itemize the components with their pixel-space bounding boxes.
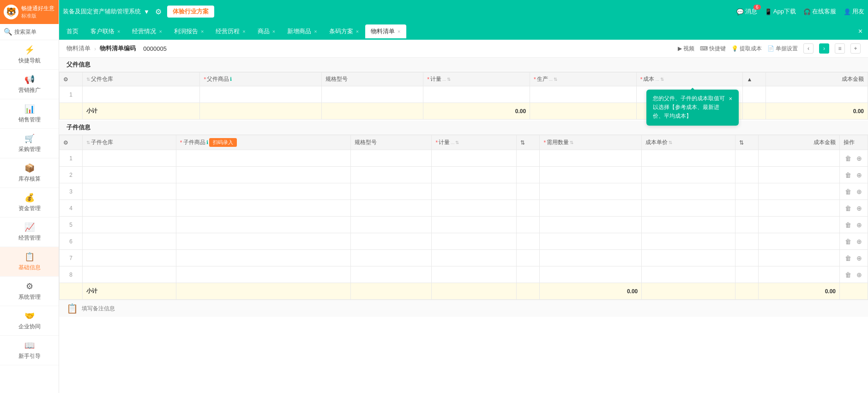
parent-subtotal-row: 小计 0.00 0.00 [60, 103, 868, 120]
main-area: 装备及固定资产辅助管理系统 ▼ ⚙ 体验行业方案 💬 消息 6 📱 App下载 … [59, 0, 868, 393]
dropdown-icon[interactable]: ▼ [144, 8, 150, 15]
tooltip-close-icon[interactable]: × [729, 94, 732, 104]
sidebar-item-guide[interactable]: 📖 新手引导 [0, 336, 59, 365]
sidebar-item-shortcut[interactable]: ⚡ 快捷导航 [0, 40, 59, 70]
parent-col-spec: 规格型号 [321, 73, 423, 86]
child-table: ⚙ ⇅子件仓库 * 子件商品 ℹ 扫码录入 规格型号 * [59, 135, 868, 300]
sidebar-item-sales[interactable]: 📊 销售管理 [0, 99, 59, 129]
parent-col-cost: * 成本... ⇅ [636, 73, 743, 86]
copy-row-7-icon[interactable]: ⊕ [855, 254, 864, 263]
delete-row-4-icon[interactable]: 🗑 [844, 204, 853, 213]
delete-row-3-icon[interactable]: 🗑 [844, 187, 853, 196]
child-row-5: 5 🗑 ⊕ [60, 217, 868, 233]
system-name-label: 装备及固定资产辅助管理系统 [63, 7, 141, 16]
child-row-6: 6 🗑 ⊕ [60, 233, 868, 250]
search-menu-item[interactable]: 🔍 搜索菜单 [0, 24, 59, 40]
sidebar-item-collab[interactable]: 🤝 企业协同 [0, 306, 59, 336]
tab-profit[interactable]: 利润报告× [169, 24, 209, 38]
delete-row-8-icon[interactable]: 🗑 [844, 270, 853, 279]
topbar: 装备及固定资产辅助管理系统 ▼ ⚙ 体验行业方案 💬 消息 6 📱 App下载 … [59, 0, 868, 23]
child-col-amount: 成本金额 [759, 135, 840, 150]
search-label: 搜索菜单 [14, 28, 36, 36]
tab-operations[interactable]: 经营情况× [127, 24, 167, 38]
remark-icon: 📋 [66, 303, 78, 314]
child-row-7: 7 🗑 ⊕ [60, 250, 868, 266]
sidebar-menu: ⚡ 快捷导航 📢 营销推广 📊 销售管理 🛒 采购管理 📦 库存核算 💰 资金管… [0, 40, 59, 393]
copy-row-1-icon[interactable]: ⊕ [855, 154, 864, 163]
child-col-settings[interactable]: ⚙ [60, 135, 83, 150]
parent-col-unit: * 计量... ⇅ [423, 73, 530, 86]
nav-list-button[interactable]: ≡ [835, 43, 845, 54]
delete-row-5-icon[interactable]: 🗑 [844, 220, 853, 230]
topbar-actions: 💬 消息 6 📱 App下载 🎧 在线客服 👤 用友 [736, 7, 864, 16]
sidebar-item-basic[interactable]: 📋 基础信息 [0, 247, 59, 277]
sidebar-item-marketing[interactable]: 📢 营销推广 [0, 70, 59, 99]
breadcrumb-parent[interactable]: 物料清单 [66, 44, 90, 53]
sidebar-item-inventory[interactable]: 📦 库存核算 [0, 158, 59, 188]
parent-col-settings[interactable]: ⚙ [60, 73, 83, 86]
copy-row-6-icon[interactable]: ⊕ [855, 237, 864, 246]
child-col-sort2: ⇅ [735, 135, 759, 150]
copy-row-4-icon[interactable]: ⊕ [855, 204, 864, 213]
delete-row-7-icon[interactable]: 🗑 [844, 254, 853, 263]
bottom-bar: 📋 [59, 300, 868, 317]
shortcut-button[interactable]: ⌨ 快捷键 [700, 45, 726, 53]
sidebar-item-finance[interactable]: 💰 资金管理 [0, 188, 59, 218]
parent-col-warehouse: ⇅ 父件仓库 [83, 73, 200, 86]
scan-input-button[interactable]: 扫码录入 [209, 138, 237, 147]
child-row-4: 4 🗑 ⊕ [60, 200, 868, 217]
gear-icon[interactable]: ⚙ [155, 7, 162, 16]
tab-close-all-icon[interactable]: × [855, 27, 866, 36]
parent-row-1: 1 [60, 86, 868, 103]
parent-amount-subtotal: 0.00 [766, 103, 868, 120]
app-download-button[interactable]: 📱 App下载 [765, 7, 796, 16]
child-col-warehouse: ⇅子件仓库 [83, 135, 176, 150]
parent-section-title: 父件信息 [59, 58, 868, 72]
delete-row-2-icon[interactable]: 🗑 [844, 170, 853, 180]
tab-goods[interactable]: 商品× [252, 24, 281, 38]
remark-input[interactable] [82, 305, 861, 312]
sidebar: 🐯 畅捷通好生意 标准版 🔍 搜索菜单 ⚡ 快捷导航 📢 营销推广 📊 销售管理… [0, 0, 59, 393]
nav-prev-button[interactable]: ‹ [803, 43, 814, 54]
tab-history[interactable]: 经营历程× [210, 24, 251, 38]
delete-row-1-icon[interactable]: 🗑 [844, 154, 853, 163]
online-service-button[interactable]: 🎧 在线客服 [803, 7, 836, 16]
tab-barcode[interactable]: 条码方案× [324, 24, 364, 38]
page-header: 物料清单 › 物料清单编码 0000005 ▶ 视频 ⌨ 快捷键 💡 提取成本 … [59, 40, 868, 58]
sidebar-item-business[interactable]: 📈 经营管理 [0, 218, 59, 247]
doc-code: 0000005 [143, 45, 167, 52]
extract-cost-button[interactable]: 💡 提取成本 [731, 45, 762, 53]
single-setting-button[interactable]: 📄 单据设置 [767, 45, 798, 53]
copy-row-5-icon[interactable]: ⊕ [855, 220, 864, 230]
copy-row-3-icon[interactable]: ⊕ [855, 187, 864, 196]
trial-button[interactable]: 体验行业方案 [167, 6, 214, 18]
nav-next-button[interactable]: › [819, 43, 829, 54]
child-col-actions: 操作 [840, 135, 868, 150]
sidebar-item-purchase[interactable]: 🛒 采购管理 [0, 129, 59, 158]
child-col-goods: * 子件商品 ℹ 扫码录入 [176, 135, 350, 150]
tab-bom[interactable]: 物料清单× [365, 24, 406, 38]
child-section-title: 子件信息 [59, 121, 868, 135]
parent-col-extra: ▲ [743, 73, 766, 86]
page-header-actions: ▶ 视频 ⌨ 快捷键 💡 提取成本 📄 单据设置 ‹ › ≡ + [678, 43, 861, 54]
tab-home[interactable]: 首页 [61, 24, 84, 38]
parent-col-goods: * 父件商品 ℹ [200, 73, 321, 86]
message-button[interactable]: 💬 消息 6 [736, 7, 757, 16]
system-selector[interactable]: 装备及固定资产辅助管理系统 ▼ [63, 7, 150, 16]
child-row-1: 1 🗑 ⊕ [60, 150, 868, 167]
tab-new-goods[interactable]: 新增商品× [282, 24, 322, 38]
view-video-button[interactable]: ▶ 视频 [678, 45, 694, 53]
delete-row-6-icon[interactable]: 🗑 [844, 237, 853, 246]
message-badge: 6 [753, 5, 761, 10]
cost-tooltip: × 您的父件、子件的成本取值可以选择【参考成本、最新进价、平均成本】 [646, 90, 739, 126]
child-col-unit: * 计量... ⇅ [432, 135, 517, 150]
user-menu-button[interactable]: 👤 用友 [844, 7, 864, 16]
copy-row-8-icon[interactable]: ⊕ [855, 270, 864, 279]
sidebar-item-system[interactable]: ⚙ 系统管理 [0, 277, 59, 306]
parent-qty-subtotal: 0.00 [423, 103, 530, 120]
copy-row-2-icon[interactable]: ⊕ [855, 170, 864, 180]
nav-add-button[interactable]: + [850, 43, 861, 54]
tab-customer[interactable]: 客户联络× [85, 24, 126, 38]
logo-text: 畅捷通好生意 标准版 [21, 5, 54, 19]
child-col-spec: 规格型号 [350, 135, 432, 150]
